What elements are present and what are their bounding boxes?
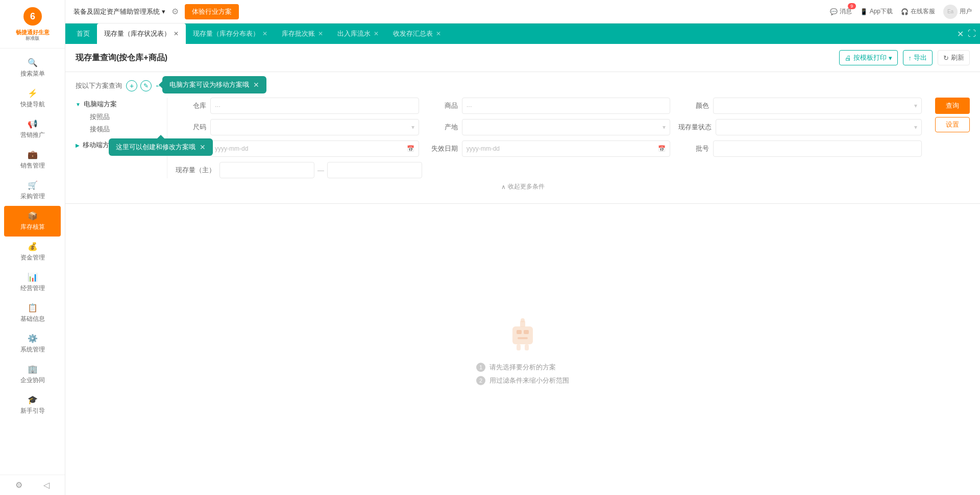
sales-icon: 💼: [28, 150, 38, 160]
export-button[interactable]: ↑ 导出: [903, 50, 933, 65]
stock-label: 现存量（主）: [176, 166, 215, 175]
collapse-bar[interactable]: ∧ 收起更多条件: [76, 178, 970, 195]
close-all-tabs-icon[interactable]: ✕: [957, 29, 964, 39]
search-button[interactable]: 查询: [935, 98, 970, 114]
size-label: 尺码: [176, 123, 206, 132]
content-area: 现存量查询(按仓库+商品) 🖨 按模板打印 ▾ ↑ 导出 ↻ 刷新: [65, 44, 980, 495]
sidebar-item-settings[interactable]: ⚙️ 系统管理: [0, 328, 65, 359]
tab-close-collect-report[interactable]: ✕: [436, 30, 441, 37]
filter-row-size: 尺码 ▾: [176, 119, 419, 135]
marketing-icon: 📢: [28, 119, 38, 129]
tab-inventory-dist[interactable]: 现存量（库存分布表） ✕: [186, 23, 275, 44]
system-title-dropdown[interactable]: 装备及固定资产辅助管理系统 ▾: [74, 7, 165, 16]
help-icon[interactable]: ⚙: [15, 480, 22, 490]
tip-num-1: 1: [476, 363, 485, 372]
sidebar-item-marketing[interactable]: 📢 营销推广: [0, 114, 65, 145]
mobile-group-collapse-icon: ▶: [76, 143, 80, 148]
expire-date-label: 失效日期: [427, 144, 458, 153]
tab-inout-flow[interactable]: 出入库流水 ✕: [330, 23, 386, 44]
edit-scheme-button[interactable]: ✎: [140, 80, 152, 91]
sidebar-item-inventory[interactable]: 📦 库存核算: [4, 206, 61, 237]
stock-status-select[interactable]: ▾: [716, 119, 922, 135]
stock-max-input[interactable]: [327, 162, 422, 178]
main-area: 装备及固定资产辅助管理系统 ▾ ⚙ 体验行业方案 💬 消息 9 📱 App下载 …: [65, 0, 980, 495]
template-print-button[interactable]: 🖨 按模板打印 ▾: [839, 50, 898, 65]
tab-close-batch-account[interactable]: ✕: [318, 30, 323, 37]
collapse-icon: ∧: [501, 183, 506, 191]
messages-action[interactable]: 💬 消息 9: [830, 7, 852, 16]
sidebar-item-tutorial[interactable]: 🎓 新手引导: [0, 390, 65, 420]
color-select[interactable]: ▾: [713, 98, 922, 114]
sidebar: 6 畅捷通好生意 标准版 🔍 搜索菜单 ⚡ 快捷导航 📢 营销推广 💼 销售管理…: [0, 0, 65, 495]
scheme-item-jielingpin[interactable]: 接领品: [76, 123, 161, 135]
tab-collect-report[interactable]: 收发存汇总表 ✕: [386, 23, 448, 44]
edit-popover: 这里可以创建和修改方案哦 ✕: [109, 138, 213, 156]
pc-scheme-header[interactable]: ▼ 电脑端方案: [76, 98, 161, 111]
svg-rect-5: [518, 337, 528, 339]
sidebar-item-purchase[interactable]: 🛒 采购管理: [0, 175, 65, 206]
filter-row-goods: 商品 ···: [427, 98, 671, 114]
color-select-arrow: ▾: [914, 102, 917, 109]
sidebar-item-quicknav[interactable]: ⚡ 快捷导航: [0, 83, 65, 114]
app-download-action[interactable]: 📱 App下载: [860, 7, 893, 16]
pc-scheme-group: ▼ 电脑端方案 按照品 接领品: [76, 98, 161, 135]
reset-button[interactable]: 设置: [935, 117, 970, 132]
empty-area: 1 请先选择要分析的方案 2 用过滤条件来缩小分析范围: [65, 204, 980, 495]
sidebar-item-search[interactable]: 🔍 搜索菜单: [0, 53, 65, 83]
stock-status-label: 现存量状态: [678, 123, 712, 132]
filter-actions: + ✎ ←: [126, 80, 163, 91]
tab-home[interactable]: 首页: [69, 23, 97, 44]
batch-label: 批号: [678, 144, 709, 153]
size-select[interactable]: ▾: [210, 119, 419, 135]
tab-close-inout-flow[interactable]: ✕: [374, 30, 379, 37]
filter-main: ▼ 电脑端方案 按照品 接领品 ▶: [76, 98, 970, 178]
topbar-right: 💬 消息 9 📱 App下载 🎧 在线客服 Ea 用户: [830, 5, 972, 19]
edit-popover-close[interactable]: ✕: [200, 143, 206, 151]
goods-input[interactable]: ···: [462, 98, 671, 114]
support-icon: 🎧: [901, 8, 909, 15]
produce-date-input[interactable]: yyyy-mm-dd 📅: [210, 140, 419, 157]
logo-area: 6 畅捷通好生意 标准版: [0, 0, 65, 49]
svg-rect-2: [512, 326, 533, 344]
svg-text:6: 6: [30, 11, 35, 21]
scheme-popover-close[interactable]: ✕: [253, 81, 259, 89]
sidebar-item-basic[interactable]: 📋 基础信息: [0, 298, 65, 328]
collapse-sidebar-icon[interactable]: ◁: [43, 480, 50, 490]
produce-date-calendar-icon: 📅: [407, 145, 414, 152]
tab-batch-account[interactable]: 库存批次账 ✕: [275, 23, 330, 44]
topbar: 装备及固定资产辅助管理系统 ▾ ⚙ 体验行业方案 💬 消息 9 📱 App下载 …: [65, 0, 980, 23]
page-header: 现存量查询(按仓库+商品) 🖨 按模板打印 ▾ ↑ 导出 ↻ 刷新: [65, 44, 980, 72]
sidebar-item-sales[interactable]: 💼 销售管理: [0, 145, 65, 175]
stock-range: —: [219, 162, 422, 178]
expire-date-input[interactable]: yyyy-mm-dd 📅: [462, 140, 671, 157]
scheme-item-pinzhao[interactable]: 按照品: [76, 111, 161, 123]
sidebar-nav: 🔍 搜索菜单 ⚡ 快捷导航 📢 营销推广 💼 销售管理 🛒 采购管理 📦 库存核…: [0, 49, 65, 475]
stock-min-input[interactable]: [219, 162, 314, 178]
add-scheme-button[interactable]: +: [126, 80, 137, 91]
filter-row-stock-status: 现存量状态 ▾: [678, 119, 922, 135]
tab-inventory-status[interactable]: 现存量（库存状况表） ✕: [97, 23, 186, 44]
svg-point-7: [521, 318, 525, 322]
user-profile[interactable]: Ea 用户: [943, 5, 972, 19]
tab-close-inventory-status[interactable]: ✕: [174, 30, 179, 37]
warehouse-input[interactable]: ···: [210, 98, 419, 114]
enterprise-icon: 🏢: [28, 364, 38, 374]
origin-select[interactable]: ▾: [462, 119, 671, 135]
tab-close-inventory-dist[interactable]: ✕: [262, 30, 267, 37]
color-label: 颜色: [678, 101, 709, 110]
search-menu-icon: 🔍: [28, 58, 38, 68]
filter-label: 按以下方案查询: [76, 81, 122, 90]
refresh-icon: ↻: [943, 54, 949, 62]
topbar-settings-icon[interactable]: ⚙: [172, 7, 179, 16]
sidebar-item-finance[interactable]: 💰 资金管理: [0, 237, 65, 267]
empty-tips: 1 请先选择要分析的方案 2 用过滤条件来缩小分析范围: [476, 363, 569, 385]
user-avatar: Ea: [943, 5, 958, 19]
industry-button[interactable]: 体验行业方案: [185, 4, 239, 19]
sidebar-item-enterprise[interactable]: 🏢 企业协同: [0, 359, 65, 390]
fullscreen-icon[interactable]: ⛶: [968, 29, 976, 38]
batch-input[interactable]: [713, 140, 922, 157]
stock-range-separator: —: [317, 167, 324, 174]
online-support-action[interactable]: 🎧 在线客服: [901, 7, 935, 16]
sidebar-item-management[interactable]: 📊 经营管理: [0, 267, 65, 298]
refresh-button[interactable]: ↻ 刷新: [938, 50, 970, 65]
